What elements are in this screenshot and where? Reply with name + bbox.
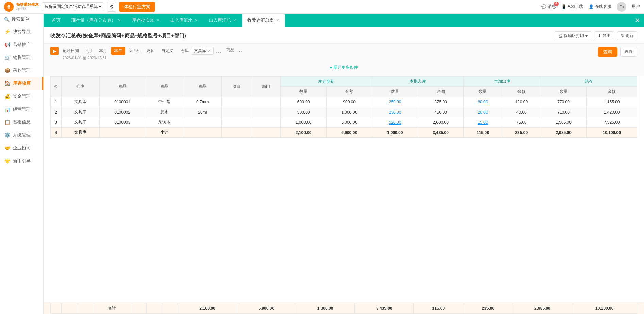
table-row: 375.00: [418, 97, 463, 107]
table-row: 600.00: [281, 97, 326, 107]
gear-icon[interactable]: ⚙: [54, 84, 58, 89]
table-footer: 合计 2,100.00 6,900.00 1,000.00 3,435.00 1…: [44, 302, 644, 314]
sidebar-item-basic[interactable]: 📋 基础信息: [0, 116, 43, 129]
table-row: [222, 97, 251, 107]
col-dept: 部门: [251, 77, 281, 97]
refresh-button[interactable]: ↻ 刷新: [617, 31, 637, 40]
warehouse-tag[interactable]: 文具库 ✕: [191, 47, 214, 55]
filter-settings-button[interactable]: 设置: [620, 47, 637, 57]
tab-batch[interactable]: 库存批次账 ✕: [127, 14, 165, 27]
app-download[interactable]: 📱 App下载: [561, 4, 583, 10]
tab-close-inout-summary[interactable]: ✕: [233, 18, 236, 23]
table-row: 3,435.00: [418, 128, 463, 138]
footer-open-qty: 2,100.00: [178, 303, 237, 313]
sidebar-item-marketing[interactable]: 📢 营销推广: [0, 38, 43, 51]
chevron-down-icon: ▾: [330, 65, 332, 70]
date-btn-this-month[interactable]: 本月: [96, 47, 110, 55]
table-row: 6,900.00: [326, 128, 372, 138]
tab-close-batch[interactable]: ✕: [156, 18, 160, 23]
table-row: 1: [51, 97, 62, 107]
warehouse-filter-more[interactable]: ...: [216, 48, 222, 54]
col-group-in: 本期入库: [372, 77, 464, 87]
expand-more-btn[interactable]: ▾ 展开更多条件: [330, 63, 358, 72]
date-label: 记账日期: [63, 48, 79, 54]
table-row: [183, 128, 222, 138]
export-icon: ⬇: [598, 33, 601, 38]
query-button[interactable]: 查询: [598, 47, 617, 57]
table-row: 15.00: [464, 117, 502, 128]
export-button[interactable]: ⬇ 导出: [594, 31, 614, 40]
tab-inventory-dist[interactable]: 现存量（库存分布表） ✕: [66, 14, 127, 27]
main-table: ⚙ 仓库 商品 商品 商品 项目 部门 库存期初 本期入库 本期出库: [50, 76, 637, 138]
sidebar-item-purchase[interactable]: 📦 采购管理: [0, 64, 43, 77]
goods-filter-more[interactable]: ...: [236, 47, 243, 53]
table-row: 115.00: [464, 128, 502, 138]
table-row: 5,000.00: [326, 117, 372, 128]
app-name: 畅捷通好生意: [16, 2, 39, 7]
table-row: 2: [51, 107, 62, 117]
date-btn-7days[interactable]: 近7天: [126, 47, 143, 55]
footer-label: 合计: [93, 303, 131, 313]
table-row: 1,420.00: [587, 107, 637, 117]
sidebar-item-finance[interactable]: 💰 资金管理: [0, 90, 43, 103]
header-actions: 🖨 拨锁版打印 ▾ ⬇ 导出 ↻ 刷新: [555, 31, 637, 40]
date-btn-last-month[interactable]: 上月: [81, 47, 95, 55]
username: 用户: [632, 4, 640, 10]
message-notification[interactable]: 💬 消息 6: [541, 4, 556, 10]
tab-inout-flow[interactable]: 出入库流水 ✕: [165, 14, 203, 27]
table-row: 4: [51, 128, 62, 138]
sidebar-item-label: 资金管理: [13, 93, 31, 99]
system-name: 装备及固定资产辅助管理系统: [45, 4, 98, 10]
page-title: 收发存汇总表(按仓库+商品编码+商品+规格型号+项目+部门): [50, 33, 186, 39]
sidebar-item-label: 新手引导: [13, 158, 31, 164]
settings-btn[interactable]: ⚙: [107, 2, 116, 12]
refresh-icon: ↻: [621, 33, 624, 38]
sidebar-item-guide[interactable]: 🌟 新手引导: [0, 154, 43, 167]
sidebar-item-operations[interactable]: 📊 经营管理: [0, 103, 43, 116]
sidebar-item-system[interactable]: ⚙️ 系统管理: [0, 129, 43, 142]
sidebar-item-label: 营销推广: [13, 42, 31, 48]
tab-close-recv-send-summary[interactable]: ✕: [276, 18, 279, 23]
table-row: [222, 128, 251, 138]
chevron-down-icon: ▾: [585, 34, 588, 38]
print-button[interactable]: 🖨 拨锁版打印 ▾: [555, 31, 591, 40]
tab-close-inventory-dist[interactable]: ✕: [118, 18, 121, 23]
inventory-icon: 🏠: [4, 81, 10, 86]
sidebar-item-enterprise[interactable]: 🤝 企业协同: [0, 142, 43, 154]
table-row: 胶水: [145, 107, 183, 117]
table-row: 0100001: [99, 97, 145, 107]
date-btn-this-year[interactable]: 本年: [111, 47, 125, 55]
avatar[interactable]: Ea: [617, 2, 626, 12]
table-row: 2,600.00: [418, 117, 463, 128]
col-project: 项目: [222, 77, 251, 97]
online-service[interactable]: 👤 在线客服: [589, 4, 611, 10]
date-btn-custom[interactable]: 自定义: [158, 47, 177, 55]
system-selector[interactable]: 装备及固定资产辅助管理系统 ▾: [42, 2, 104, 11]
sidebar-item-inventory[interactable]: 🏠 库存核算: [0, 77, 43, 90]
experience-button[interactable]: 体验行业方案: [119, 2, 155, 12]
tab-recv-send-summary[interactable]: 收发存汇总表 ✕: [242, 14, 285, 27]
search-icon: 🔍: [4, 17, 10, 22]
date-btn-more[interactable]: 更多: [143, 47, 158, 55]
footer-out-amt: 235.00: [463, 303, 513, 313]
close-all-tabs[interactable]: ✕: [635, 17, 640, 24]
table-row: [183, 117, 222, 128]
date-filter-group: 记账日期 上月 本月 本年 近7天 更多 自定义 2023: [63, 47, 177, 61]
tab-inout-summary[interactable]: 出入库汇总 ✕: [203, 14, 242, 27]
tab-home[interactable]: 首页: [46, 14, 66, 27]
col-group-open: 库存期初: [281, 77, 372, 87]
page-header: 收发存汇总表(按仓库+商品编码+商品+规格型号+项目+部门) 🖨 拨锁版打印 ▾…: [44, 27, 644, 44]
table-row: 7,525.00: [587, 117, 637, 128]
sidebar-item-label: 采购管理: [13, 67, 31, 73]
col-open-amt: 金额: [326, 87, 372, 97]
tab-close-inout-flow[interactable]: ✕: [195, 18, 198, 23]
sidebar-item-quick-nav[interactable]: ⚡ 快捷导航: [0, 25, 43, 38]
filter-toggle-btn[interactable]: ▶: [50, 47, 59, 55]
sidebar-item-sales[interactable]: 🛒 销售管理: [0, 51, 43, 64]
table-row: 小计: [145, 128, 183, 138]
warehouse-tag-close[interactable]: ✕: [208, 49, 211, 53]
goods-label: 商品: [226, 47, 234, 53]
search-menu[interactable]: 🔍 搜索菜单: [0, 14, 43, 25]
table-row: [251, 97, 281, 107]
top-bar: 6 畅捷通好生意 标准版 装备及固定资产辅助管理系统 ▾ ⚙ 体验行业方案 💬 …: [0, 0, 644, 14]
